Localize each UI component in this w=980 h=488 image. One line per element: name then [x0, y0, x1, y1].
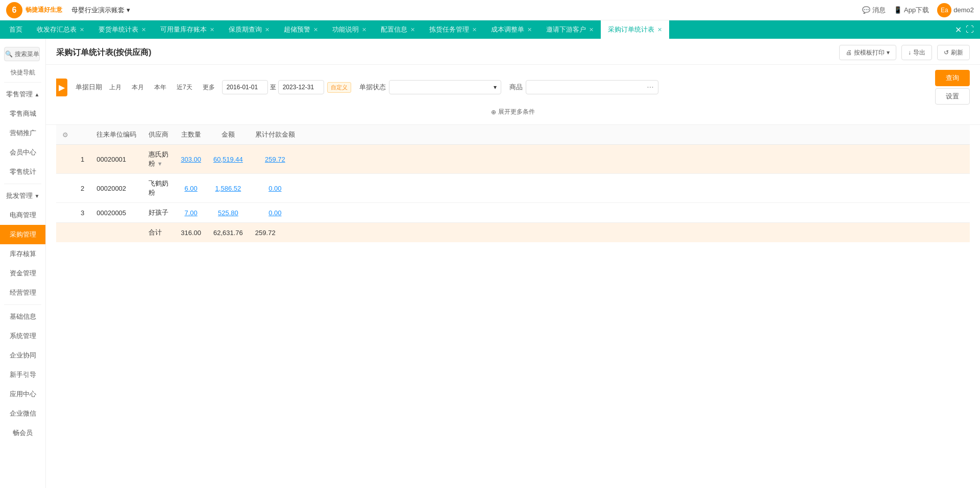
ellipsis-icon[interactable]: ···: [647, 83, 653, 92]
tab-available-stock[interactable]: 可用量库存账本 ✕: [153, 20, 222, 39]
shortcut-this-year[interactable]: 本年: [150, 82, 170, 93]
expand-label: 展开更多条件: [498, 108, 535, 116]
row-main-qty[interactable]: 7.00: [175, 203, 207, 223]
sidebar-item-basic-info[interactable]: 基础信息: [0, 307, 45, 326]
tab-expiry-query-label: 保质期查询: [229, 25, 262, 34]
sidebar-item-new-guide[interactable]: 新手引导: [0, 365, 45, 384]
row-paid-amount[interactable]: 259.72: [249, 145, 301, 174]
tab-config-info-label: 配置信息: [381, 25, 407, 34]
sidebar-item-stock-check[interactable]: 库存核算: [0, 244, 45, 264]
tab-overstock-warning[interactable]: 超储预警 ✕: [277, 20, 325, 39]
tab-cost-adjust[interactable]: 成本调整单 ✕: [484, 20, 539, 39]
table-row[interactable]: 2 00020002 飞鹤奶粉 6.00 1,586.52 0.00: [56, 174, 970, 203]
message-btn[interactable]: 💬 消息: [862, 6, 886, 15]
tab-order-summary[interactable]: 要货单统计表 ✕: [91, 20, 153, 39]
tab-home[interactable]: 首页: [2, 20, 30, 39]
date-from-input[interactable]: [222, 80, 268, 94]
row-paid-amount[interactable]: 0.00: [249, 203, 301, 223]
sidebar-item-enterprise-coop[interactable]: 企业协同: [0, 346, 45, 365]
tab-order-summary-close[interactable]: ✕: [141, 27, 146, 33]
tab-receive-summary-close[interactable]: ✕: [80, 27, 84, 33]
expand-more-btn[interactable]: ⊕ 展开更多条件: [491, 108, 535, 116]
sidebar-item-retail-stats[interactable]: 零售统计: [0, 162, 45, 182]
shortcut-more[interactable]: 更多: [199, 82, 219, 93]
sidebar-item-enterprise-wechat[interactable]: 企业微信: [0, 404, 45, 423]
sidebar-item-vip-member[interactable]: 畅会员: [0, 423, 45, 443]
col-supplier-name: 供应商: [142, 125, 175, 145]
sidebar-item-app-center[interactable]: 应用中心: [0, 384, 45, 404]
sidebar-item-retail-store[interactable]: 零售商城: [0, 104, 45, 123]
footer-settings: [56, 223, 75, 243]
nav-tabs: 首页 收发存汇总表 ✕ 要货单统计表 ✕ 可用量库存账本 ✕ 保质期查询 ✕ 超…: [0, 20, 980, 39]
tab-batch-task-close[interactable]: ✕: [472, 27, 477, 33]
tab-purchase-stats-close[interactable]: ✕: [657, 27, 662, 33]
user-area[interactable]: Ea demo2: [937, 3, 974, 17]
tab-purchase-stats[interactable]: 采购订单统计表 ✕: [601, 20, 669, 39]
row-amount[interactable]: 525.80: [207, 203, 249, 223]
sidebar-item-member-center[interactable]: 会员中心: [0, 143, 45, 162]
row-supplier-code: 00020002: [90, 174, 142, 203]
tab-batch-task[interactable]: 拣货任务管理 ✕: [422, 20, 484, 39]
tab-function-desc[interactable]: 功能说明 ✕: [325, 20, 374, 39]
date-to-input[interactable]: [278, 80, 324, 94]
row-paid-amount[interactable]: 0.00: [249, 174, 301, 203]
shortcut-this-month[interactable]: 本月: [128, 82, 148, 93]
top-bar-right: 💬 消息 📱 App下载 Ea demo2: [862, 3, 974, 17]
tab-expiry-query[interactable]: 保质期查询 ✕: [222, 20, 277, 39]
sidebar-item-system-mgmt[interactable]: 系统管理: [0, 326, 45, 346]
tab-config-info[interactable]: 配置信息 ✕: [374, 20, 422, 39]
sidebar-item-label: 零售管理: [6, 90, 33, 99]
footer-paid-amount: 259.72: [249, 223, 301, 243]
row-main-qty[interactable]: 6.00: [175, 174, 207, 203]
sidebar-item-marketing[interactable]: 营销推广: [0, 123, 45, 143]
tab-available-stock-close[interactable]: ✕: [210, 27, 214, 33]
workspace-selector[interactable]: 母婴行业演示账套 ▾: [67, 4, 134, 17]
expand-supplier-icon[interactable]: ▼: [157, 161, 163, 167]
tab-cost-adjust-close[interactable]: ✕: [527, 27, 532, 33]
export-btn[interactable]: ↓ 导出: [901, 45, 932, 60]
sidebar-item-finance-mgmt[interactable]: 资金管理: [0, 264, 45, 283]
shortcut-last-month[interactable]: 上月: [105, 82, 126, 93]
search-icon: 🔍: [5, 50, 13, 58]
query-btn[interactable]: 查询: [935, 70, 970, 86]
row-main-qty[interactable]: 303.00: [175, 145, 207, 174]
footer-amount: 62,631.76: [207, 223, 249, 243]
status-select[interactable]: ▾: [389, 80, 501, 94]
search-menu-btn[interactable]: 🔍 搜索菜单: [4, 47, 40, 61]
nav-fullscreen-btn[interactable]: ⛶: [966, 25, 974, 34]
sidebar-item-purchase-mgmt[interactable]: 采购管理: [0, 225, 45, 244]
shortcut-7days[interactable]: 近7天: [173, 82, 197, 93]
tab-function-desc-close[interactable]: ✕: [362, 27, 366, 33]
sidebar-item-label: 电商管理: [10, 211, 36, 220]
tab-receive-summary[interactable]: 收发存汇总表 ✕: [30, 20, 91, 39]
sidebar-item-ecommerce-mgmt[interactable]: 电商管理: [0, 206, 45, 225]
table-footer: 合计 316.00 62,631.76 259.72: [56, 223, 970, 243]
tab-expiry-query-close[interactable]: ✕: [265, 27, 270, 33]
refresh-btn[interactable]: ↺ 刷新: [937, 45, 970, 60]
tab-invite-downstream-close[interactable]: ✕: [589, 27, 594, 33]
tab-config-info-close[interactable]: ✕: [410, 27, 415, 33]
tab-invite-downstream[interactable]: 邀请下游客户 ✕: [539, 20, 601, 39]
sidebar-item-retail-mgmt[interactable]: 零售管理 ▲: [0, 85, 45, 104]
print-btn[interactable]: 🖨 按模板打印 ▾: [839, 45, 896, 60]
filter-toggle-btn[interactable]: ▶: [56, 79, 67, 96]
sidebar-item-wholesale-mgmt[interactable]: 批发管理 ▼: [0, 186, 45, 206]
nav-close-all-btn[interactable]: ✕: [955, 25, 962, 35]
goods-input[interactable]: [530, 84, 645, 91]
page-header: 采购订单统计表(按供应商) 🖨 按模板打印 ▾ ↓ 导出 ↺ 刷新: [46, 39, 980, 65]
sidebar-item-operations-mgmt[interactable]: 经营管理: [0, 283, 45, 302]
table-row[interactable]: 3 00020005 好孩子 7.00 525.80 0.00: [56, 203, 970, 223]
row-amount[interactable]: 60,519.44: [207, 145, 249, 174]
row-supplier-name: 惠氏奶粉 ▼: [142, 145, 175, 174]
sidebar-item-label: 零售商城: [10, 109, 36, 118]
logo-area: 6 畅捷通好生意: [6, 2, 62, 18]
sidebar-quick-nav[interactable]: 快捷导航: [0, 65, 45, 80]
tab-overstock-warning-close[interactable]: ✕: [313, 27, 318, 33]
app-download-btn[interactable]: 📱 App下载: [894, 6, 929, 15]
settings-btn[interactable]: 设置: [935, 88, 970, 105]
filter-goods-item: 商品 ···: [509, 80, 658, 94]
user-avatar: Ea: [937, 3, 951, 17]
row-amount[interactable]: 1,586.52: [207, 174, 249, 203]
table-row[interactable]: 1 00020001 惠氏奶粉 ▼ 303.00 60,519.44 259.7…: [56, 145, 970, 174]
column-settings-icon[interactable]: ⚙: [62, 131, 68, 139]
